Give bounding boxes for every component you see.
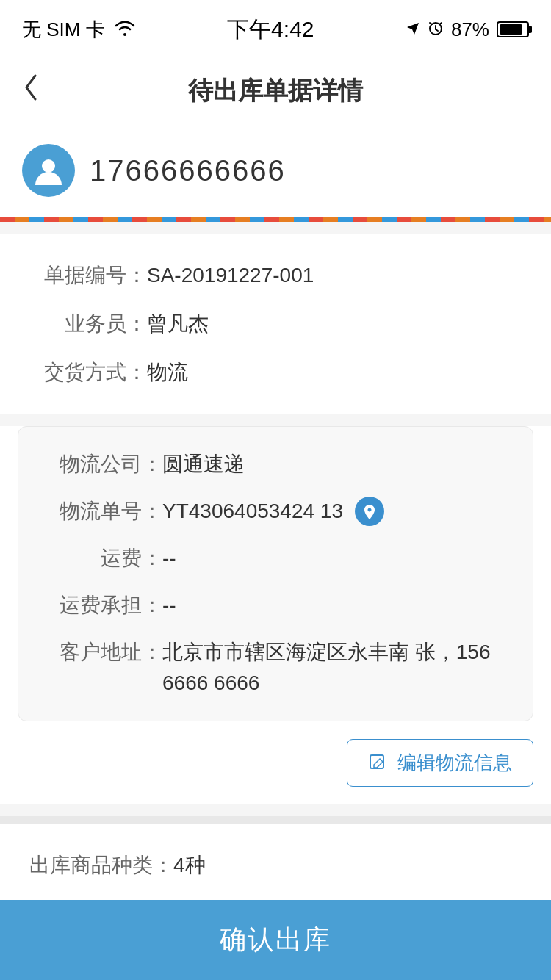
- carrier-text: 无 SIM 卡: [22, 17, 105, 43]
- edit-icon: [368, 753, 389, 774]
- avatar: [22, 144, 75, 197]
- order-number-row: 单据编号： SA-20191227-001: [29, 260, 522, 291]
- logistics-address-value: 北京市市辖区海淀区永丰南 张，156 6666 6666: [162, 637, 506, 699]
- product-type-value: 4种: [173, 850, 522, 881]
- order-number-label: 单据编号：: [29, 260, 147, 291]
- section-divider: [0, 816, 551, 824]
- logistics-company-value: 圆通速递: [162, 449, 506, 480]
- logistics-tracking-row: 物流单号： YT43064053424 13: [45, 496, 506, 527]
- delivery-method-row: 交货方式： 物流: [29, 357, 522, 388]
- page-title: 待出库单据详情: [188, 74, 363, 108]
- product-type-row: 出库商品种类： 4种: [29, 850, 522, 881]
- track-location-button[interactable]: [355, 497, 384, 526]
- edit-logistics-button[interactable]: 编辑物流信息: [347, 739, 533, 787]
- nav-bar: 待出库单据详情: [0, 59, 551, 123]
- confirm-button[interactable]: 确认出库: [220, 922, 331, 958]
- logistics-card: 物流公司： 圆通速递 物流单号： YT43064053424 13 运费： --…: [18, 426, 533, 721]
- basic-info-section: 单据编号： SA-20191227-001 业务员： 曾凡杰 交货方式： 物流: [0, 234, 551, 414]
- svg-point-1: [42, 159, 55, 173]
- edit-btn-row: 编辑物流信息: [0, 739, 551, 804]
- salesperson-value: 曾凡杰: [147, 309, 522, 339]
- status-bar: 无 SIM 卡 下午4:42 87%: [0, 0, 551, 59]
- status-left: 无 SIM 卡: [22, 17, 136, 43]
- logistics-tracking-value: YT43064053424 13: [162, 496, 343, 527]
- wifi-icon: [114, 18, 136, 41]
- location-icon: [406, 18, 420, 41]
- logistics-freight-row: 运费： --: [45, 543, 506, 574]
- edit-logistics-label: 编辑物流信息: [397, 750, 512, 776]
- logistics-company-label: 物流公司：: [45, 449, 162, 480]
- battery-icon: [497, 21, 529, 37]
- logistics-freight-bearer-label: 运费承担：: [45, 590, 162, 621]
- user-phone: 17666666666: [90, 154, 286, 187]
- salesperson-label: 业务员：: [29, 309, 147, 339]
- order-number-value: SA-20191227-001: [147, 260, 522, 291]
- delivery-method-value: 物流: [147, 357, 522, 388]
- logistics-freight-bearer-row: 运费承担： --: [45, 590, 506, 621]
- battery-percent: 87%: [451, 18, 489, 41]
- salesperson-row: 业务员： 曾凡杰: [29, 309, 522, 339]
- back-button[interactable]: [22, 73, 40, 109]
- logistics-tracking-label: 物流单号：: [45, 496, 162, 527]
- logistics-address-row: 客户地址： 北京市市辖区海淀区永丰南 张，156 6666 6666: [45, 637, 506, 699]
- alarm-icon: [428, 18, 444, 41]
- status-right: 87%: [406, 18, 529, 41]
- logistics-section: 物流公司： 圆通速递 物流单号： YT43064053424 13 运费： --…: [0, 426, 551, 804]
- user-section: 17666666666: [0, 123, 551, 222]
- dashed-separator: [0, 217, 551, 222]
- logistics-freight-label: 运费：: [45, 543, 162, 574]
- logistics-freight-value: --: [162, 543, 506, 574]
- logistics-company-row: 物流公司： 圆通速递: [45, 449, 506, 480]
- product-type-label: 出库商品种类：: [29, 850, 173, 881]
- confirm-btn-container: 确认出库: [0, 900, 551, 980]
- logistics-address-label: 客户地址：: [45, 637, 162, 668]
- logistics-number-container: YT43064053424 13: [162, 496, 384, 527]
- logistics-freight-bearer-value: --: [162, 590, 506, 621]
- status-time: 下午4:42: [227, 15, 314, 45]
- delivery-method-label: 交货方式：: [29, 357, 147, 388]
